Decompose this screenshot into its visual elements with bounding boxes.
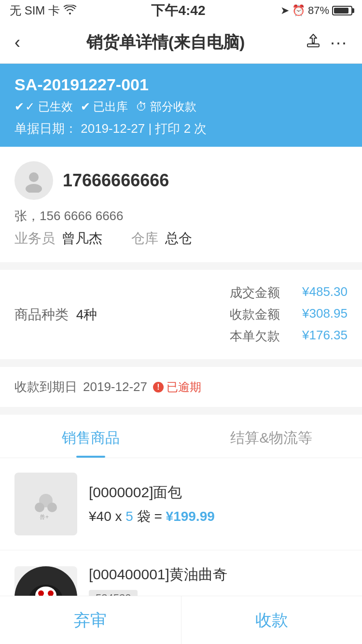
amounts-list: 成交金额 ¥485.30 收款金额 ¥308.95 本单欠款 ¥176.35: [230, 284, 348, 345]
tab-products[interactable]: 销售商品: [0, 415, 181, 458]
carrier-label: 无 SIM 卡: [10, 3, 60, 18]
svg-rect-0: [307, 44, 319, 47]
status-right: ➤ ⏰ 87%: [280, 4, 352, 17]
received-row: 收款金额 ¥308.95: [230, 306, 348, 323]
order-date: 单据日期： 2019-12-27 | 打印 2 次: [14, 120, 348, 137]
due-date-section: 收款到期日 2019-12-27 ! 已逾期: [0, 367, 362, 407]
tab-settlement[interactable]: 结算&物流等: [181, 415, 362, 458]
product-name-1: [0000002]面包: [89, 483, 348, 503]
cancel-review-button[interactable]: 弃审: [0, 596, 181, 644]
tabs: 销售商品 结算&物流等: [0, 415, 362, 458]
svg-point-5: [47, 503, 57, 512]
product-name-2: [000400001]黄油曲奇: [89, 565, 348, 585]
share-button[interactable]: [306, 33, 320, 52]
nav-actions: ···: [306, 32, 348, 53]
bottom-bar: 弃审 收款: [0, 596, 362, 644]
overdue-icon: !: [153, 382, 164, 392]
back-button[interactable]: ‹: [14, 28, 25, 57]
svg-point-2: [26, 184, 42, 193]
warehouse-info: 仓库 总仓: [131, 229, 192, 248]
nav-bar: ‹ 销货单详情(来自电脑) ···: [0, 21, 362, 64]
product-count: 商品种类 4种: [14, 306, 97, 324]
customer-name: 17666666666: [63, 170, 169, 191]
clock-icon: ⏱: [136, 100, 147, 113]
deal-amount-row: 成交金额 ¥485.30: [230, 284, 348, 301]
badge-partial: ⏱ 部分收款: [136, 99, 196, 114]
customer-meta: 业务员 曾凡杰 仓库 总仓: [14, 229, 348, 248]
debt-row: 本单欠款 ¥176.35: [230, 328, 348, 345]
svg-text:兽+: 兽+: [40, 514, 49, 520]
svg-point-1: [29, 172, 39, 182]
battery-icon: [332, 6, 352, 15]
amount-section: 商品种类 4种 成交金额 ¥485.30 收款金额 ¥308.95 本单欠款 ¥…: [0, 270, 362, 359]
customer-phone: 张，156 6666 6666: [14, 208, 348, 224]
product-info-1: [0000002]面包 ¥40 x 5 袋 = ¥199.99: [89, 483, 348, 526]
due-date-value: 2019-12-27: [83, 379, 147, 394]
product-image-1: 兽+: [14, 473, 77, 535]
badge-shipped: ✔ 已出库: [81, 99, 128, 114]
badge-effective: ✔ ✓ 已生效: [14, 99, 73, 114]
collect-button[interactable]: 收款: [181, 596, 362, 644]
status-bar: 无 SIM 卡 下午4:42 ➤ ⏰ 87%: [0, 0, 362, 21]
staff-info: 业务员 曾凡杰: [14, 229, 102, 248]
alarm-icon: ⏰: [292, 4, 305, 17]
due-date-label: 收款到期日: [14, 378, 77, 395]
customer-top: 17666666666: [14, 161, 348, 200]
avatar: [14, 161, 53, 200]
check-icon-2: ✔: [81, 100, 90, 113]
svg-point-4: [35, 503, 44, 512]
overdue-badge: ! 已逾期: [153, 379, 201, 395]
customer-section: 17666666666 张，156 6666 6666 业务员 曾凡杰 仓库 总…: [0, 147, 362, 262]
product-price-1: ¥40 x 5 袋 = ¥199.99: [89, 507, 348, 526]
location-icon: ➤: [280, 4, 289, 17]
order-number: SA-20191227-001: [14, 75, 348, 94]
more-button[interactable]: ···: [330, 32, 348, 53]
wifi-icon: [64, 4, 76, 17]
battery-percent: 87%: [308, 4, 329, 17]
list-item: 兽+ [0000002]面包 ¥40 x 5 袋 = ¥199.99: [0, 458, 362, 550]
overdue-text: 已逾期: [167, 379, 201, 395]
order-header: SA-20191227-001 ✔ ✓ 已生效 ✔ 已出库 ⏱ 部分收款 单据日…: [0, 64, 362, 147]
order-badges: ✔ ✓ 已生效 ✔ 已出库 ⏱ 部分收款: [14, 99, 348, 114]
page-title: 销货单详情(来自电脑): [25, 31, 306, 54]
check-icon-1: ✔: [14, 100, 24, 113]
status-left: 无 SIM 卡: [10, 3, 76, 18]
time-label: 下午4:42: [151, 1, 205, 20]
